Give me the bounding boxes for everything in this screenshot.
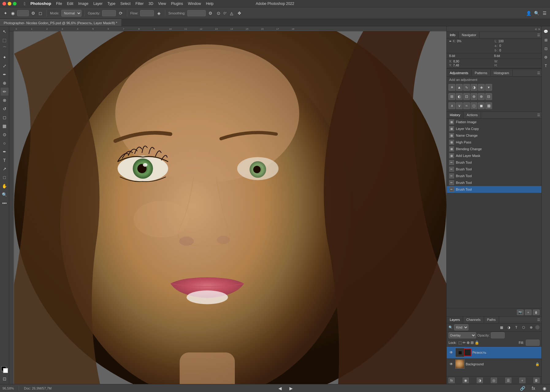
tab-info[interactable]: Info — [447, 32, 459, 38]
curves-icon[interactable]: ∿ — [463, 84, 470, 91]
solid-color-icon[interactable]: ◼ — [478, 102, 485, 109]
tab-channels[interactable]: Channels — [463, 317, 484, 323]
background-color[interactable] — [3, 368, 8, 373]
document-tab[interactable]: Photographer- Nicolas Godon_PS.psd @ 96,… — [0, 19, 121, 26]
more-tools[interactable]: ••• — [1, 199, 9, 207]
create-new-document-button[interactable]: + — [525, 310, 532, 315]
history-brush-tool[interactable]: ↺ — [1, 105, 9, 113]
opacity-input[interactable]: 100% — [102, 10, 116, 16]
select-and-mask-icon[interactable]: ⊡ — [542, 45, 550, 53]
layer-eye-background[interactable]: 👁 — [449, 361, 454, 367]
search-icon[interactable]: 🔍 — [533, 10, 540, 16]
layers-options-icon[interactable]: ☰ — [536, 317, 541, 323]
info-options-icon[interactable]: ☰ — [536, 32, 541, 38]
tab-layers[interactable]: Layers — [447, 317, 463, 323]
tab-patterns[interactable]: Patterns — [472, 70, 491, 76]
pressure-icon[interactable]: ◬ — [228, 10, 235, 16]
brush-shape-icon[interactable]: ◻ — [37, 10, 44, 16]
mode-select[interactable]: Normal — [61, 10, 82, 17]
invert-icon[interactable]: ⊟ — [485, 93, 492, 100]
lock-all-icon[interactable]: 🔒 — [475, 341, 479, 345]
transform-icon[interactable]: ⊞ — [542, 36, 550, 44]
panel-options-icon[interactable]: ☰ — [541, 10, 548, 16]
threshold-icon[interactable]: ∨ — [456, 102, 463, 109]
history-options-icon[interactable]: ☰ — [536, 112, 541, 118]
character-icon[interactable]: T — [542, 62, 550, 70]
levels-icon[interactable]: ▲ — [456, 84, 463, 91]
type-filter-icon[interactable]: T — [513, 324, 519, 330]
kind-select[interactable]: Kind — [454, 324, 468, 330]
blend-mode-select[interactable]: Overlay — [449, 332, 476, 338]
menu-layer[interactable]: Layer — [93, 2, 102, 6]
delete-history-state-button[interactable]: 🗑 — [533, 310, 540, 315]
menu-filter[interactable]: Filter — [136, 2, 144, 6]
shape-filter-icon[interactable]: ⬡ — [521, 324, 527, 330]
add-group-button[interactable]: ☰ — [505, 378, 511, 383]
tab-adjustments[interactable]: Adjustments — [447, 70, 472, 76]
channel-mixer-icon[interactable]: ⊛ — [471, 93, 477, 100]
path-selection-tool[interactable]: ↗ — [1, 165, 9, 173]
layer-fx-button[interactable]: fx — [449, 378, 455, 383]
menu-image[interactable]: Image — [78, 2, 88, 6]
eyedropper-tool[interactable]: ✒ — [1, 70, 9, 78]
tab-actions[interactable]: Actions — [464, 112, 481, 118]
history-item-brush-3[interactable]: ✏ Brush Tool — [447, 173, 541, 179]
add-layer-mask-button[interactable]: ◉ — [463, 378, 469, 383]
zoom-tool[interactable]: 🔍 — [1, 191, 9, 199]
menu-help[interactable]: Help — [206, 2, 214, 6]
menu-edit[interactable]: Edit — [67, 2, 73, 6]
opacity-icon[interactable]: ⟳ — [118, 10, 124, 16]
hand-tool[interactable]: ✋ — [1, 182, 9, 190]
history-item-brush-5[interactable]: ✏ Brush Tool — [447, 186, 541, 193]
history-item-brush-2[interactable]: ✏ Brush Tool — [447, 166, 541, 173]
clone-stamp-tool[interactable]: ⊗ — [1, 96, 9, 104]
posterize-icon[interactable]: ∧ — [449, 102, 455, 109]
symmetry-icon[interactable]: ✥ — [236, 10, 243, 16]
color-lookup-icon[interactable]: ⊕ — [478, 93, 485, 100]
statusbar-link-icon[interactable]: 🔗 — [519, 385, 525, 391]
history-item-add-layer-mask[interactable]: ▦ Add Layer Mask — [447, 152, 541, 159]
selective-color-icon[interactable]: ≈ — [463, 102, 470, 109]
menu-file[interactable]: File — [56, 2, 62, 6]
user-icon[interactable]: 👤 — [525, 10, 532, 16]
create-new-snapshot-button[interactable]: 📷 — [517, 310, 524, 315]
history-item-layer-via-copy[interactable]: ▦ Layer Via Copy — [447, 125, 541, 132]
collapse-panel-icon[interactable]: « — [535, 27, 537, 31]
minimize-button[interactable] — [8, 2, 11, 6]
lasso-tool[interactable]: ⌒ — [1, 45, 9, 53]
menu-view[interactable]: View — [158, 2, 166, 6]
statusbar-next-icon[interactable]: ▶ — [288, 385, 294, 391]
brush-options-icon[interactable]: ⚙ — [30, 10, 36, 16]
add-fill-layer-button[interactable]: ◑ — [477, 378, 483, 383]
lock-transparent-icon[interactable]: ⬚ — [458, 341, 462, 345]
layer-item-background[interactable]: 👁 Bac — [447, 358, 541, 370]
add-adjustment-layer-button[interactable]: ◎ — [491, 378, 497, 383]
magic-wand-tool[interactable]: ✦ — [1, 53, 9, 61]
adj-options-icon[interactable]: ☰ — [536, 70, 541, 76]
healing-brush-tool[interactable]: ⊕ — [1, 79, 9, 87]
blur-tool[interactable]: ⊙ — [1, 131, 9, 139]
hsl-icon[interactable]: ▾ — [485, 84, 492, 91]
tab-navigator[interactable]: Navigator — [459, 32, 479, 38]
angle-icon[interactable]: ⊙ — [216, 10, 222, 16]
lock-position-icon[interactable]: ⊞ — [471, 341, 474, 345]
layer-item-rezkost[interactable]: 👁 Резкость — [447, 347, 541, 358]
menu-select[interactable]: Select — [120, 2, 130, 6]
brush-icon[interactable]: ✦ — [2, 10, 9, 16]
history-item-brush-4[interactable]: ✏ Brush Tool — [447, 179, 541, 186]
smoothing-input[interactable] — [187, 10, 206, 16]
layer-eye-rezkost[interactable]: 👁 — [449, 350, 454, 355]
history-item-name-change[interactable]: ▦ Name Change — [447, 132, 541, 139]
filter-toggle[interactable] — [535, 325, 540, 329]
quick-mask-mode[interactable]: ⊡ — [1, 375, 9, 383]
exposure-icon[interactable]: ◑ — [471, 84, 477, 91]
history-item-flatten-image[interactable]: ▦ Flatten Image — [447, 119, 541, 125]
history-item-brush-1[interactable]: ✏ Brush Tool — [447, 159, 541, 166]
expand-panel-icon[interactable]: » — [538, 27, 540, 31]
properties-icon[interactable]: ⚙ — [542, 53, 550, 61]
dodge-tool[interactable]: ○ — [1, 139, 9, 147]
lock-artboard-icon[interactable]: ⊕ — [467, 341, 470, 345]
statusbar-fx-icon[interactable]: fx — [530, 385, 537, 391]
smoothing-settings-icon[interactable]: ⚙ — [208, 10, 214, 16]
comments-icon[interactable]: 💬 — [542, 28, 550, 36]
